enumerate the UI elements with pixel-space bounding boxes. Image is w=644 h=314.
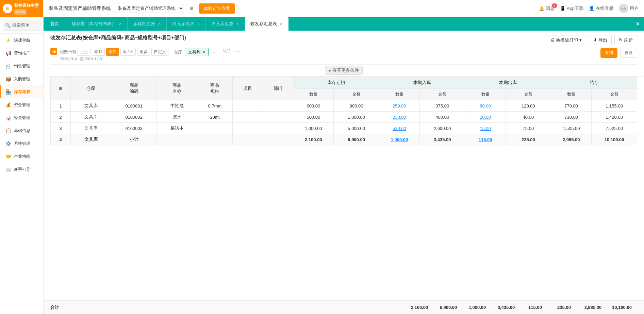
settings-icon-btn[interactable]: ⚙ — [187, 4, 196, 13]
quick-nav-label: 快捷导航 — [14, 37, 30, 43]
tab-recv-send-summary[interactable]: 收发存汇总表 ✕ — [245, 17, 288, 31]
date-btn-more[interactable]: 更多 — [137, 48, 150, 56]
row1-out-qty[interactable]: 80.00 — [465, 100, 506, 112]
warehouse-more-dots[interactable]: ··· — [211, 49, 217, 55]
row2-out-amt: 40.00 — [506, 112, 551, 123]
finance-icon: 💰 — [5, 102, 11, 108]
sidebar-item-corp[interactable]: 🤝 企业协同 — [0, 150, 43, 163]
date-btn-this-month[interactable]: 本月 — [92, 48, 105, 56]
basic-label: 基础信息 — [14, 128, 30, 134]
product-label: 商品 — [222, 48, 231, 54]
total-open-amt: 6,900.00 — [433, 303, 464, 311]
experience-button[interactable]: 体验行业方案 — [199, 3, 235, 14]
bell-icon: 🔔 — [539, 6, 544, 11]
row3-name: 采访本 — [157, 123, 197, 134]
system-selector[interactable]: 装备及固定资产辅助管理系统 — [114, 4, 184, 13]
query-button[interactable]: 查询 — [600, 48, 617, 58]
search-menu-button[interactable]: 🔍 搜索菜单 — [3, 20, 40, 31]
date-btn-this-year[interactable]: 本年 — [106, 48, 119, 56]
date-btn-custom[interactable]: 自定义 — [151, 48, 168, 56]
subtotal-empty2 — [197, 134, 232, 145]
subtotal-out-qty[interactable]: 115.00 — [465, 134, 506, 145]
col-settings-header: ⚙ — [51, 77, 71, 100]
user-label: 用户 — [630, 5, 639, 12]
tab-home[interactable]: 首页 — [44, 17, 66, 31]
total-out-qty: 115.00 — [522, 303, 549, 311]
sidebar-item-quick-nav[interactable]: ⚡ 快捷导航 — [0, 34, 43, 47]
date-btn-last-month[interactable]: 上月 — [78, 48, 90, 56]
system-icon: ⚙️ — [5, 141, 11, 147]
subtotal-label: 小计 — [111, 134, 157, 145]
tab-in-out-summary[interactable]: 出入库汇总 ✕ — [206, 17, 245, 31]
tab-in-out-summary-close[interactable]: ✕ — [236, 22, 239, 26]
row2-warehouse: 文具库 — [71, 112, 111, 123]
user-btn[interactable]: Ea 用户 — [619, 4, 639, 13]
subtotal-in-qty[interactable]: 1,000.00 — [379, 134, 419, 145]
sidebar-item-purchase[interactable]: 📦 采购管理 — [0, 72, 43, 85]
sidebar-item-operations[interactable]: 📊 经营管理 — [0, 111, 43, 124]
total-label: 合计 — [50, 304, 71, 311]
row2-out-qty[interactable]: 20.00 — [465, 112, 506, 123]
row2-in-qty[interactable]: 230.00 — [379, 112, 419, 123]
subtotal-out-amt: 235.00 — [506, 134, 551, 145]
system-label: 系统管理 — [14, 141, 30, 147]
row1-in-qty[interactable]: 250.00 — [379, 100, 419, 112]
col-open-amt-header: 金额 — [334, 89, 379, 100]
tab-stock-dist-close[interactable]: ✕ — [119, 22, 122, 26]
row3-out-qty[interactable]: 15.00 — [465, 123, 506, 134]
export-button[interactable]: ⬇ 导出 — [589, 35, 612, 45]
expand-conditions-btn[interactable]: ▾ 展开更多条件 — [325, 66, 363, 75]
sidebar-item-system[interactable]: ⚙️ 系统管理 — [0, 137, 43, 150]
refresh-button[interactable]: ↻ 刷新 — [614, 35, 637, 45]
sidebar-item-guide[interactable]: 📖 新手引导 — [0, 163, 43, 176]
row3-open-amt: 5,000.00 — [334, 123, 379, 134]
tab-stock-dist[interactable]: 现存量（库存分布表） ✕ — [66, 17, 128, 31]
row2-open-qty: 500.00 — [293, 112, 334, 123]
sidebar-item-basic[interactable]: 📋 基础信息 — [0, 124, 43, 137]
tab-recv-send-summary-label: 收发存汇总表 — [250, 21, 277, 27]
total-close-qty: 2,985.00 — [579, 303, 607, 311]
row3-code: 0100003 — [111, 123, 157, 134]
date-btn-7days[interactable]: 近7天 — [120, 48, 136, 56]
row3-in-qty[interactable]: 520.00 — [379, 123, 419, 134]
col-warehouse-header: 仓库 — [71, 77, 111, 100]
close-all-tabs[interactable]: ✕ — [631, 21, 644, 27]
search-icon: 🔍 — [5, 23, 11, 28]
col-period-in-header: 本期入库 — [379, 77, 465, 89]
row1-code: 0100001 — [111, 100, 157, 112]
row1-dept — [263, 100, 293, 112]
subtotal-empty1 — [157, 134, 197, 145]
product-more-dots[interactable]: ··· — [233, 48, 240, 54]
purchase-label: 采购管理 — [14, 76, 30, 82]
online-service-btn[interactable]: 👤 在线客服 — [589, 5, 613, 12]
app-download-btn[interactable]: 📱 App下载 — [560, 5, 583, 12]
sidebar-item-inventory[interactable]: 🏪 库存核算 — [0, 85, 43, 98]
warehouse-tag-close[interactable]: ✕ — [202, 50, 205, 54]
col-dept-header: 部门 — [263, 77, 293, 100]
operations-icon: 📊 — [5, 115, 11, 121]
tab-batch-ledger[interactable]: 库存批次账 ✕ — [128, 17, 167, 31]
row1-name: 中性笔 — [157, 100, 197, 112]
print-button[interactable]: 🖨 换模板打印 ▾ — [546, 35, 586, 45]
row1-no: 1 — [51, 100, 71, 112]
tab-in-out-flow[interactable]: 出入库流水 ✕ — [167, 17, 206, 31]
sidebar-item-finance[interactable]: 💰 资金管理 — [0, 98, 43, 111]
row2-close-qty: 710.00 — [551, 112, 592, 123]
col-out-qty-header: 数量 — [465, 89, 506, 100]
filter-collapse-btn[interactable]: ◀ — [50, 48, 57, 55]
corp-icon: 🤝 — [5, 153, 11, 160]
row1-open-qty: 600.00 — [293, 100, 334, 112]
tab-batch-ledger-close[interactable]: ✕ — [158, 22, 161, 26]
table-footer: 合计 2,100.00 6,900.00 1,000.00 3,435.00 1… — [44, 300, 644, 314]
sales-icon: 🛒 — [5, 63, 11, 69]
table-settings-icon[interactable]: ⚙ — [59, 86, 63, 91]
filter-settings-button[interactable]: 设置 — [620, 48, 637, 58]
notifications-btn[interactable]: 🔔 消息 6 — [539, 5, 555, 12]
tab-batch-ledger-label: 库存批次账 — [133, 21, 155, 27]
row2-spec: 20ml — [197, 112, 232, 123]
sidebar-item-sales[interactable]: 🛒 销售管理 — [0, 60, 43, 72]
tab-recv-send-summary-close[interactable]: ✕ — [280, 22, 283, 26]
tab-in-out-flow-close[interactable]: ✕ — [197, 22, 200, 26]
app-logo-icon: 6 — [3, 4, 12, 13]
sidebar-item-marketing[interactable]: 📢 营销推广 — [0, 47, 43, 60]
